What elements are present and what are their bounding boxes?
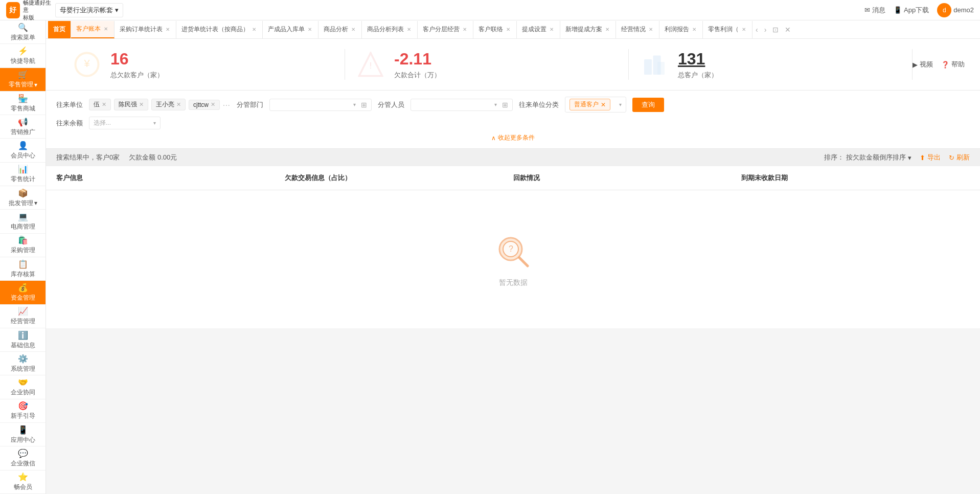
tab-accounts[interactable]: 客户账本 ✕ — [71, 21, 115, 38]
tab-close-icon[interactable]: ✕ — [549, 27, 555, 32]
sidebar-item-member-center[interactable]: 👤 会员中心 — [0, 139, 45, 162]
tab-close-icon[interactable]: ✕ — [505, 27, 511, 32]
capital-icon: 💰 — [18, 283, 28, 293]
dept-filter-select[interactable]: ▾ ⊞ — [269, 99, 372, 111]
main-layout: 🔍 搜索菜单 ⚡ 快捷导航 🛒 零售管理 ▾ 🏪 零售商城 📢 营销 — [0, 20, 980, 494]
tab-new-improve-plan[interactable]: 新增提成方案 ✕ — [560, 21, 616, 38]
col-debt-info: 欠款交易信息（占比） — [285, 171, 513, 185]
logo-area: 好 畅捷通好生意 标版 — [6, 0, 51, 21]
tab-close-icon[interactable]: ✕ — [741, 27, 747, 32]
sidebar-item-label: 零售统计 — [11, 175, 35, 184]
sidebar-item-search-menu[interactable]: 🔍 搜索菜单 — [0, 20, 45, 44]
ecommerce-icon: 💻 — [18, 212, 28, 221]
tab-product-entry[interactable]: 产成品入库单 ✕ — [263, 21, 318, 38]
sidebar-item-retail-mall[interactable]: 🏪 零售商城 — [0, 92, 45, 115]
export-btn[interactable]: ⬆ 导出 — [920, 153, 941, 162]
expand-icon: ⊞ — [502, 101, 508, 109]
sidebar-item-capital[interactable]: 💰 资金管理 — [0, 281, 45, 304]
tab-close-all-btn[interactable]: ✕ — [782, 26, 794, 34]
app-center-icon: 📱 — [18, 425, 28, 435]
sidebar-item-label: 采购管理 — [11, 246, 35, 255]
debt-amount-icon: ! — [355, 49, 386, 80]
tab-close-icon[interactable]: ✕ — [406, 27, 412, 32]
tab-improve-settings[interactable]: 提成设置 ✕ — [517, 21, 560, 38]
tab-label: 客户分层经营 — [423, 25, 460, 34]
filter-row-2: 往来余额 选择... ▾ — [56, 117, 970, 129]
sidebar-item-app-center[interactable]: 📱 应用中心 — [0, 423, 45, 446]
tab-close-icon[interactable]: ✕ — [691, 27, 697, 32]
sidebar-item-marketing[interactable]: 📢 营销推广 — [0, 115, 45, 139]
stats-icon: 📊 — [18, 164, 28, 174]
tab-retail-profit[interactable]: 零售利润（ ✕ — [703, 21, 753, 38]
sidebar-item-ecommerce[interactable]: 💻 电商管理 — [0, 210, 45, 233]
tab-close-icon[interactable]: ✕ — [251, 27, 257, 32]
tab-scroll-right[interactable]: › — [761, 26, 770, 34]
tab-close-icon[interactable]: ✕ — [307, 27, 313, 32]
sidebar-item-retail-stats[interactable]: 📊 零售统计 — [0, 163, 45, 186]
sidebar-item-quick-nav[interactable]: ⚡ 快捷导航 — [0, 44, 45, 68]
sidebar-item-retail-mgmt[interactable]: 🛒 零售管理 ▾ — [0, 68, 45, 92]
tab-customer-segment[interactable]: 客户分层经营 ✕ — [418, 21, 473, 38]
tab-label: 采购订单统计表 — [120, 25, 163, 34]
person-filter-select[interactable]: ▾ ⊞ — [411, 99, 513, 111]
tab-close-icon[interactable]: ✕ — [462, 27, 468, 32]
search-btn[interactable]: 查询 — [632, 98, 664, 112]
sidebar-item-label: 资金管理 — [11, 294, 35, 302]
tab-label: 商品分析 — [324, 25, 348, 34]
balance-filter-select[interactable]: 选择... ▾ — [89, 117, 161, 129]
sidebar-item-enterprise-collab[interactable]: 🤝 企业协同 — [0, 375, 45, 399]
tab-product-analysis-list[interactable]: 商品分析列表 ✕ — [362, 21, 418, 38]
sort-select[interactable]: 排序： 按欠款金额倒序排序 ▾ — [824, 153, 911, 162]
org-selector[interactable]: 母婴行业演示帐套 ▾ — [55, 3, 123, 17]
results-text: 搜索结果中，客户0家 欠款金额 0.00元 — [56, 153, 177, 162]
user-menu[interactable]: d demo2 — [937, 3, 974, 17]
tab-close-icon[interactable]: ✕ — [165, 27, 171, 32]
chevron-down-icon: ▾ — [34, 199, 37, 207]
tab-close-icon[interactable]: ✕ — [350, 27, 356, 32]
basic-info-icon: ℹ️ — [18, 330, 28, 340]
sidebar-item-inventory[interactable]: 📋 库存核算 — [0, 257, 45, 281]
tab-business-status[interactable]: 经营情况 ✕ — [616, 21, 659, 38]
retail-icon: 🛒 — [18, 70, 28, 79]
remove-tag-chen[interactable]: ✕ — [139, 101, 144, 108]
message-btn[interactable]: ✉ 消息 — [864, 6, 885, 15]
sidebar-item-label: 应用中心 — [11, 436, 35, 444]
tab-close-icon[interactable]: ✕ — [103, 26, 109, 32]
unit-classify-select[interactable]: 普通客户 ✕ ▾ — [565, 97, 626, 113]
remove-tag-wang[interactable]: ✕ — [176, 101, 181, 108]
sidebar-item-basic-info[interactable]: ℹ️ 基础信息 — [0, 328, 45, 352]
sidebar-item-operations[interactable]: 📈 经营管理 — [0, 305, 45, 328]
tab-close-icon[interactable]: ✕ — [604, 27, 610, 32]
remove-tag-cjttcw[interactable]: ✕ — [211, 101, 215, 108]
svg-line-9 — [519, 258, 528, 266]
refresh-btn[interactable]: ↻ 刷新 — [949, 153, 970, 162]
collapse-filters-btn[interactable]: ∧ 收起更多条件 — [491, 133, 535, 142]
tab-profit-report[interactable]: 利润报告 ✕ — [659, 21, 703, 38]
stat-debt-amount: ! -2.11 欠款合计（万） — [345, 49, 629, 80]
more-tags-btn[interactable]: ··· — [223, 101, 231, 109]
sidebar-item-system[interactable]: ⚙️ 系统管理 — [0, 352, 45, 375]
sidebar-item-enterprise-wechat[interactable]: 💬 企业微信 — [0, 446, 45, 470]
video-help-btn[interactable]: ▶ 视频 — [913, 60, 933, 69]
unit-filter-tags: 伍 ✕ 陈民强 ✕ 王小亮 ✕ — [89, 99, 231, 110]
app-download-btn[interactable]: 📱 App下载 — [894, 6, 929, 15]
help-btn[interactable]: ❓ 帮助 — [941, 60, 965, 69]
tab-purchase-stats-product[interactable]: 进货单统计表（按商品） ✕ — [176, 21, 263, 38]
remove-classify-tag[interactable]: ✕ — [601, 101, 606, 108]
remove-tag-wu[interactable]: ✕ — [102, 101, 106, 108]
tab-close-icon[interactable]: ✕ — [648, 27, 654, 32]
sidebar-item-label: 畅会员 — [14, 483, 32, 491]
sidebar-item-new-guide[interactable]: 🎯 新手引导 — [0, 399, 45, 423]
tab-home[interactable]: 首页 — [48, 21, 71, 38]
inventory-icon: 📋 — [18, 259, 28, 269]
tab-purchase-order-stats[interactable]: 采购订单统计表 ✕ — [115, 21, 176, 38]
tab-customer-contact[interactable]: 客户联络 ✕ — [473, 21, 517, 38]
sidebar-item-purchase[interactable]: 🛍️ 采购管理 — [0, 234, 45, 257]
tab-scroll-left[interactable]: ‹ — [753, 26, 761, 34]
tab-expand-btn[interactable]: ⊡ — [769, 26, 782, 34]
sidebar-item-wholesale-mgmt[interactable]: 📦 批发管理 ▾ — [0, 186, 45, 210]
sidebar-item-pro-member[interactable]: ⭐ 畅会员 — [0, 470, 45, 494]
home-tab-label: 首页 — [53, 25, 65, 34]
top-bar: 好 畅捷通好生意 标版 母婴行业演示帐套 ▾ ✉ 消息 📱 App下载 d — [0, 0, 980, 20]
tab-product-analysis[interactable]: 商品分析 ✕ — [318, 21, 362, 38]
